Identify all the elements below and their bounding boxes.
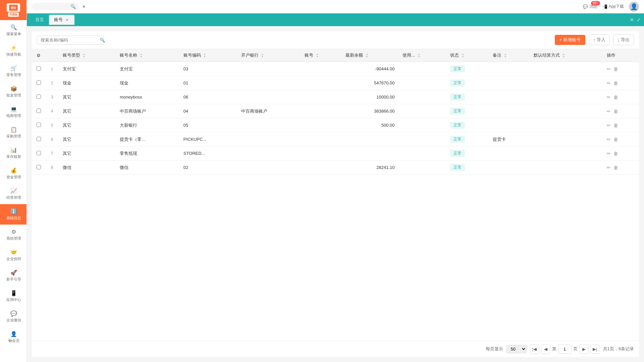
sidebar-item-basic-info[interactable]: ℹ️ 基础信息 — [0, 204, 26, 225]
sidebar-item-corp-wechat[interactable]: 💬 企业微信 — [0, 306, 26, 327]
delete-icon[interactable]: 🗑 — [613, 109, 618, 114]
cell-type: 其它 — [59, 118, 116, 132]
th-code[interactable]: 账号编码 ▲▼ — [179, 49, 237, 62]
cell-default-payment — [530, 132, 603, 146]
sidebar-item-quicknav-label: 快捷导航 — [6, 52, 21, 57]
add-account-button[interactable]: + 新增账号 — [555, 35, 585, 45]
page-number-input[interactable] — [558, 344, 572, 354]
th-usage[interactable]: 使用... ▲▼ — [398, 49, 446, 62]
page-last-btn[interactable]: ▶| — [590, 344, 600, 354]
th-type[interactable]: 账号类型 ▲▼ — [59, 49, 116, 62]
delete-icon[interactable]: 🗑 — [613, 151, 618, 156]
cell-default-payment — [530, 104, 603, 118]
cell-usage — [398, 76, 446, 90]
cell-num: 1 — [45, 62, 59, 76]
sidebar-item-member[interactable]: 👤 畅会员 — [0, 327, 26, 347]
user-avatar[interactable]: 👤 — [629, 2, 639, 12]
cell-checkbox[interactable] — [32, 90, 45, 104]
edit-icon[interactable]: ✏ — [607, 95, 611, 100]
tab-close-icon[interactable]: × — [65, 17, 69, 22]
sidebar-item-system[interactable]: ⚙ 系统管理 — [0, 225, 26, 245]
cell-account — [301, 90, 341, 104]
system-icon: ⚙ — [11, 229, 16, 235]
sidebar-item-retail[interactable]: 🛒 零售管理 — [0, 61, 26, 81]
edit-icon[interactable]: ✏ — [607, 165, 611, 170]
sidebar-item-operations[interactable]: 📈 经营管理 — [0, 184, 26, 204]
cell-bank — [237, 132, 301, 146]
export-button[interactable]: ↓ 导出 — [613, 35, 634, 45]
cell-checkbox[interactable] — [32, 62, 45, 76]
sidebar-item-enterprise[interactable]: 🤝 企业协同 — [0, 245, 26, 265]
topbar-search-input[interactable] — [35, 4, 69, 9]
page-next-btn[interactable]: ▶ — [579, 344, 589, 354]
th-action: 操作 — [603, 49, 639, 62]
topbar-dropdown-icon[interactable]: ▾ — [83, 3, 85, 10]
cell-checkbox[interactable] — [32, 104, 45, 118]
th-balance[interactable]: 最新余额 ▲▼ — [341, 49, 398, 62]
edit-icon[interactable]: ✏ — [607, 109, 611, 114]
delete-icon[interactable]: 🗑 — [613, 80, 618, 86]
message-button[interactable]: 💬 消息 99+ — [583, 4, 597, 9]
cell-default-payment — [530, 76, 603, 90]
tab-home-label: 首页 — [35, 17, 44, 23]
table-row: 2 现金 现金 01 547670.00 正常 ✏ 🗑 — [32, 76, 639, 90]
tab-account[interactable]: 账号 × — [49, 15, 74, 25]
cell-checkbox[interactable] — [32, 146, 45, 161]
sidebar-item-search[interactable]: 🔍 搜索菜单 — [0, 20, 26, 41]
search-input[interactable] — [41, 38, 97, 43]
edit-icon[interactable]: ✏ — [607, 151, 611, 156]
delete-icon[interactable]: 🗑 — [613, 165, 618, 170]
th-remark[interactable]: 备注 ▲▼ — [489, 49, 530, 62]
delete-icon[interactable]: 🗑 — [613, 123, 618, 128]
edit-icon[interactable]: ✏ — [607, 137, 611, 142]
logo-text: 乐雅版 — [8, 12, 19, 17]
th-settings[interactable]: ⚙ — [32, 49, 45, 62]
th-account[interactable]: 账号 ▲▼ — [301, 49, 341, 62]
cell-checkbox[interactable] — [32, 118, 45, 132]
sidebar-item-apps[interactable]: 📱 应用中心 — [0, 286, 26, 306]
tab-home[interactable]: 首页 — [30, 15, 49, 25]
search-box[interactable]: 🔍 — [37, 36, 104, 45]
delete-icon[interactable]: 🗑 — [613, 66, 618, 72]
sidebar-item-quicknav[interactable]: ⚡ 快捷导航 — [0, 41, 26, 61]
sidebar-item-finance[interactable]: 💰 资金管理 — [0, 163, 26, 184]
delete-icon[interactable]: 🗑 — [613, 137, 618, 142]
cell-checkbox[interactable] — [32, 161, 45, 175]
page-size-select[interactable]: 50 20 100 — [506, 345, 527, 353]
import-icon: ↑ — [593, 38, 595, 43]
app-icon: 📲 — [602, 4, 607, 9]
edit-icon[interactable]: ✏ — [607, 80, 611, 86]
import-button[interactable]: ↑ 导入 — [589, 35, 610, 45]
page-first-btn[interactable]: |◀ — [530, 344, 539, 354]
topbar-search[interactable]: 🔍 — [32, 3, 79, 10]
cell-code: PICKUPC... — [179, 132, 237, 146]
cell-default-payment — [530, 161, 603, 175]
cell-code: 02 — [179, 161, 237, 175]
cell-usage — [398, 161, 446, 175]
th-default-payment[interactable]: 默认结算方式 ▲▼ — [530, 49, 603, 62]
sidebar-item-inventory[interactable]: 📊 库存核算 — [0, 143, 26, 163]
close-window-icon[interactable]: ✕ — [630, 17, 634, 22]
th-status[interactable]: 状态 ▲▼ — [446, 49, 488, 62]
edit-icon[interactable]: ✏ — [607, 123, 611, 128]
sidebar-item-wholesale[interactable]: 📦 批发管理 — [0, 81, 26, 102]
pagination: |◀ ◀ 第 页 ▶ ▶| — [530, 344, 600, 354]
cell-num: 4 — [45, 104, 59, 118]
member-icon: 👤 — [10, 331, 17, 337]
cell-checkbox[interactable] — [32, 132, 45, 146]
page-prev-btn[interactable]: ◀ — [541, 344, 550, 354]
sidebar-item-purchase[interactable]: 📋 采购管理 — [0, 122, 26, 143]
sidebar-item-ecommerce[interactable]: 💻 电商管理 — [0, 102, 26, 122]
app-download-button[interactable]: 📲 App下载 — [602, 4, 624, 9]
delete-icon[interactable]: 🗑 — [613, 95, 618, 100]
th-name[interactable]: 账号名称 ▲▼ — [116, 49, 179, 62]
cell-status: 正常 — [446, 132, 488, 146]
cell-bank — [237, 118, 301, 132]
edit-icon[interactable]: ✏ — [607, 66, 611, 72]
maximize-icon[interactable]: ⤢ — [637, 17, 641, 22]
cell-checkbox[interactable] — [32, 76, 45, 90]
sidebar-item-guide[interactable]: 🚀 新手引导 — [0, 265, 26, 286]
cell-balance: -90444.00 — [341, 62, 398, 76]
th-bank[interactable]: 开户银行 ▲▼ — [237, 49, 301, 62]
sidebar-item-finance-label: 资金管理 — [6, 175, 21, 180]
